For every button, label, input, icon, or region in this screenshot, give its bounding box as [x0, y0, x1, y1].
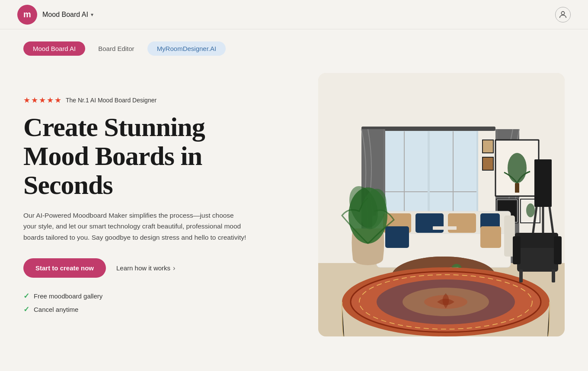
hero-title-line1: Create Stunning [23, 112, 205, 142]
user-account-icon[interactable] [555, 7, 571, 22]
cta-row: Start to create now Learn how it works › [23, 258, 265, 278]
svg-point-0 [561, 11, 564, 14]
svg-rect-37 [448, 213, 476, 233]
navbar: m Mood Board AI ▾ [0, 0, 588, 29]
svg-rect-39 [385, 226, 409, 248]
tab-mood-board-ai[interactable]: Mood Board AI [23, 41, 85, 56]
hero-title-line2: Mood Boards in [23, 141, 202, 171]
stars-row: ★ ★ ★ ★ ★ The Nr.1 AI Mood Board Designe… [23, 95, 265, 105]
svg-rect-21 [483, 157, 493, 170]
learn-how-link[interactable]: Learn how it works › [116, 264, 175, 272]
perks-list: ✓ Free moodboard gallery ✓ Cancel anytim… [23, 292, 265, 314]
learn-how-text: Learn how it works [116, 264, 170, 272]
tab-myroom-designer[interactable]: MyRoomDesigner.AI [147, 41, 226, 56]
svg-rect-27 [534, 159, 552, 207]
svg-rect-69 [552, 270, 555, 282]
brand-label[interactable]: Mood Board AI ▾ [42, 11, 93, 19]
svg-rect-36 [415, 213, 444, 233]
room-scene-svg [318, 73, 565, 336]
brand-text: Mood Board AI [42, 11, 88, 19]
hero-description: Our AI-Powered Moodboard Maker simplifie… [23, 210, 248, 243]
star-3: ★ [39, 95, 46, 105]
star-5: ★ [54, 95, 61, 105]
star-2: ★ [31, 95, 38, 105]
svg-rect-60 [554, 236, 562, 264]
nav-right [555, 7, 571, 22]
room-image [318, 73, 565, 336]
svg-rect-59 [513, 236, 521, 264]
perk-cancel-label: Cancel anytime [34, 306, 78, 313]
svg-rect-68 [519, 270, 523, 282]
rating-label: The Nr.1 AI Mood Board Designer [66, 97, 157, 104]
svg-rect-40 [480, 226, 501, 248]
nav-left: m Mood Board AI ▾ [17, 5, 93, 25]
hero-title-line3: Seconds [23, 170, 113, 200]
tabs-bar: Mood Board AI Board Editor MyRoomDesigne… [0, 29, 588, 56]
perk-gallery-label: Free moodboard gallery [34, 292, 102, 300]
perk-cancel: ✓ Cancel anytime [23, 305, 265, 314]
tab-board-editor[interactable]: Board Editor [89, 41, 144, 56]
star-4: ★ [47, 95, 54, 105]
hero-right [294, 73, 565, 336]
hero-title: Create Stunning Mood Boards in Seconds [23, 113, 265, 200]
svg-rect-19 [515, 183, 519, 193]
check-icon-cancel: ✓ [23, 305, 29, 314]
star-rating: ★ ★ ★ ★ ★ [23, 95, 61, 105]
start-create-button[interactable]: Start to create now [23, 258, 106, 278]
svg-point-18 [508, 153, 527, 183]
hero-left: ★ ★ ★ ★ ★ The Nr.1 AI Mood Board Designe… [23, 95, 265, 314]
check-icon-gallery: ✓ [23, 292, 29, 301]
logo[interactable]: m [17, 5, 37, 25]
brand-chevron: ▾ [91, 12, 93, 18]
svg-rect-41 [433, 226, 457, 230]
perk-gallery: ✓ Free moodboard gallery [23, 292, 265, 301]
svg-rect-58 [515, 233, 558, 248]
main-content: ★ ★ ★ ★ ★ The Nr.1 AI Mood Board Designe… [0, 56, 588, 336]
svg-rect-20 [483, 140, 493, 153]
learn-how-arrow: › [173, 264, 175, 272]
svg-point-26 [526, 203, 535, 217]
star-1: ★ [23, 95, 30, 105]
